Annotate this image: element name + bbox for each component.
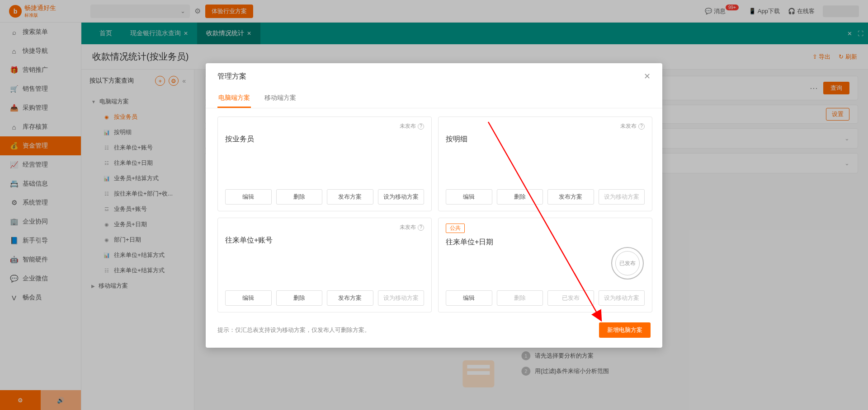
add-pc-scheme-button[interactable]: 新增电脑方案 — [599, 322, 651, 338]
close-icon[interactable]: ✕ — [644, 71, 651, 81]
set-mobile-button: 设为移动方案 — [599, 189, 645, 205]
scheme-card: 未发布?往来单位+账号编辑删除发布方案设为移动方案 — [217, 218, 432, 312]
set-mobile-button[interactable]: 设为移动方案 — [378, 189, 425, 205]
modal-title: 管理方案 — [217, 72, 246, 81]
status-text: 未发布 — [400, 224, 416, 231]
public-tag: 公共 — [446, 224, 465, 233]
publish-button[interactable]: 发布方案 — [547, 189, 594, 205]
publish-button[interactable]: 发布方案 — [327, 290, 373, 306]
card-title: 按业务员 — [225, 135, 424, 144]
card-title: 往来单位+日期 — [446, 238, 645, 247]
scheme-card: 未发布?按明细编辑删除发布方案设为移动方案 — [438, 116, 652, 211]
scheme-card: 公共已发布往来单位+日期编辑删除已发布设为移动方案 — [438, 218, 652, 312]
edit-button[interactable]: 编辑 — [225, 290, 272, 306]
set-mobile-button: 设为移动方案 — [378, 290, 425, 306]
published-stamp: 已发布 — [611, 247, 644, 280]
status-text: 未发布 — [620, 122, 637, 130]
set-mobile-button: 设为移动方案 — [599, 290, 645, 306]
delete-button[interactable]: 删除 — [497, 189, 543, 205]
edit-button[interactable]: 编辑 — [225, 189, 272, 205]
status-text: 未发布 — [400, 122, 416, 130]
modal-tip: 提示：仅汇总表支持设为移动方案，仅发布人可删除方案。 — [217, 326, 370, 334]
modal-tab-pc[interactable]: 电脑端方案 — [217, 89, 251, 108]
publish-button[interactable]: 发布方案 — [327, 189, 373, 205]
scheme-card: 未发布?按业务员编辑删除发布方案设为移动方案 — [217, 116, 432, 211]
modal-tab-mobile[interactable]: 移动端方案 — [264, 89, 297, 108]
edit-button[interactable]: 编辑 — [446, 290, 492, 306]
help-icon[interactable]: ? — [638, 123, 645, 130]
published-button: 已发布 — [547, 290, 594, 306]
card-title: 往来单位+账号 — [225, 236, 424, 245]
delete-button[interactable]: 删除 — [276, 189, 323, 205]
help-icon[interactable]: ? — [418, 224, 424, 231]
card-title: 按明细 — [446, 135, 645, 144]
delete-button: 删除 — [497, 290, 543, 306]
delete-button[interactable]: 删除 — [276, 290, 323, 306]
edit-button[interactable]: 编辑 — [446, 189, 492, 205]
help-icon[interactable]: ? — [418, 123, 424, 130]
manage-scheme-modal: 管理方案 ✕ 电脑端方案 移动端方案 未发布?按业务员编辑删除发布方案设为移动方… — [206, 63, 662, 348]
